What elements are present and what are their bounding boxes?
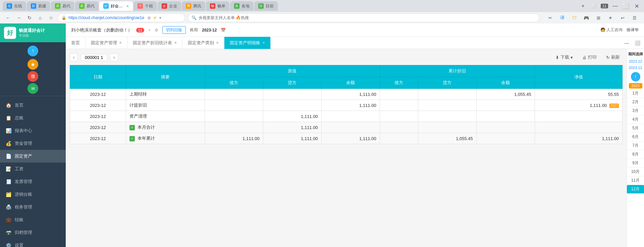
period-month-4[interactable]: 4月 <box>627 115 644 124</box>
collapse-button[interactable]: — <box>623 39 631 47</box>
browser-tab-2[interactable]: 新 新建 <box>27 1 50 11</box>
sidebar-label-fixed-assets: 固定资产 <box>15 153 32 159</box>
period-month-6[interactable]: 6月 <box>627 133 644 141</box>
page-tab-depreciation-stats[interactable]: 固定资产折旧统计表 ✕ <box>127 37 182 49</box>
home-button[interactable]: ⌂ <box>36 14 44 22</box>
back-button[interactable]: ← <box>4 14 12 22</box>
bookmark-button[interactable]: ☆ <box>47 14 55 22</box>
period-scroll-up[interactable]: ↑ <box>631 72 640 81</box>
sidebar-item-funds[interactable]: 💰 资金管理 <box>0 137 66 150</box>
translate-icon[interactable]: 译 <box>557 13 568 22</box>
print-button[interactable]: 🖨 打印 <box>580 53 599 62</box>
browser-tab-11[interactable]: 目 目前 <box>254 1 278 11</box>
sidebar-item-salary[interactable]: 📝 工资 <box>0 163 66 175</box>
sidebar-item-fixed-assets[interactable]: 📄 固定资产 <box>0 150 66 163</box>
service-button[interactable]: 🧑 人工咨询 <box>600 27 623 33</box>
period-month-3[interactable]: 3月 <box>627 107 644 115</box>
th-accum-credit: 贷方 <box>418 77 476 89</box>
period-month-12[interactable]: 12月 <box>627 185 644 194</box>
close-window-button[interactable]: ✕ <box>632 1 641 11</box>
row5-accum-debit <box>380 133 418 144</box>
switch-version-button[interactable]: 切到旧版 <box>162 26 186 34</box>
star-button[interactable]: ★ <box>28 59 38 70</box>
sidebar-item-home[interactable]: 🏠 首页 <box>0 99 66 112</box>
sidebar-label-home: 首页 <box>15 102 23 108</box>
period-month-5[interactable]: 5月 <box>627 124 644 133</box>
download-button[interactable]: ⬇ 下载 ▾ <box>553 53 576 62</box>
forward-button[interactable]: → <box>15 14 23 22</box>
page-tab-detail-ledger[interactable]: 固定资产明细账 ✕ <box>224 37 271 49</box>
minimize-button[interactable]: — <box>610 1 620 11</box>
browser-tab-10[interactable]: 各 各地 <box>230 1 254 11</box>
refresh-button[interactable]: ↻ <box>25 14 34 22</box>
settings-cog-icon[interactable]: ⚙ <box>155 28 158 33</box>
th-accum-debit: 借方 <box>380 77 418 89</box>
page-tab-home[interactable]: 首页 <box>66 37 86 49</box>
period-month-11[interactable]: 11月 <box>627 176 644 185</box>
new-tab-button[interactable]: + <box>578 1 588 11</box>
weibo-button[interactable]: 微 <box>28 71 38 82</box>
period-month-9[interactable]: 9月 <box>627 159 644 168</box>
page-tab-close-detail[interactable]: ✕ <box>262 41 265 45</box>
url-bar[interactable]: 🔒 https://cloud.chanjet.com/accounting/u… <box>58 13 185 22</box>
page-tab-fixed-assets-mgmt[interactable]: 固定资产管理 ✕ <box>86 37 127 49</box>
sidebar-item-close[interactable]: 💼 结账 <box>0 213 66 226</box>
period-month-7[interactable]: 7月 <box>627 141 644 150</box>
undo-icon[interactable]: ↩ <box>617 13 628 22</box>
page-tab-close-dep[interactable]: ✕ <box>174 41 177 45</box>
tab-menu-button[interactable]: ⬜ <box>589 1 598 11</box>
browser-tab-4[interactable]: 易 易代 <box>75 1 99 11</box>
browser-tab-7[interactable]: 企 企业 <box>158 1 181 11</box>
tab-close-5[interactable]: ✕ <box>126 4 129 8</box>
tab-favicon-5: 好 <box>103 3 109 9</box>
mail-button[interactable]: ✉ <box>28 83 38 94</box>
user-button[interactable]: 徐译华 <box>627 27 639 33</box>
browser-tab-6[interactable]: 个 个税 <box>133 1 157 11</box>
page-tab-close-cat[interactable]: ✕ <box>216 41 219 45</box>
sidebar-item-tax[interactable]: 🖨️ 税务管理 <box>0 201 66 213</box>
download-dropdown-icon[interactable]: ▾ <box>571 55 573 60</box>
sidebar-item-ledger[interactable]: 📋 总账 <box>0 112 66 124</box>
period-date-1[interactable]: 2023.12 <box>627 58 644 65</box>
refresh-button[interactable]: ↻ 刷新 <box>603 53 623 62</box>
sidebar-item-invoice[interactable]: 🧾 发票管理 <box>0 175 66 188</box>
period-year-badge[interactable]: 2023 <box>629 83 642 88</box>
sidebar-scroll-up[interactable]: ↑ <box>28 46 38 56</box>
period-month-8[interactable]: 8月 <box>627 150 644 159</box>
grid-icon[interactable]: ⊞ <box>593 13 604 22</box>
company-name: 刘小艳演示账套（勿删勿动！） <box>71 27 132 33</box>
menu-icon[interactable]: ☰ <box>629 13 640 22</box>
browser-tab-1[interactable]: 在 在线 <box>3 1 26 11</box>
period-month-1[interactable]: 1月 <box>627 89 644 98</box>
prev-page-button[interactable]: ‹ <box>70 53 78 61</box>
period-month-10[interactable]: 10月 <box>627 168 644 176</box>
sidebar-item-archive[interactable]: 🗃️ 归档管理 <box>0 226 66 239</box>
browser-tab-5[interactable]: 好 好会… ✕ <box>99 1 133 11</box>
browser-tab-9[interactable]: 畅 畅单 <box>206 1 229 11</box>
maximize-button[interactable]: ⬜ <box>621 1 631 11</box>
sidebar-item-settings[interactable]: ⚙️ 设置 <box>0 239 66 247</box>
browser-tab-8[interactable]: 腾 腾讯 <box>182 1 205 11</box>
browser-tab-3[interactable]: 易 易代 <box>51 1 74 11</box>
download-icon: ⬇ <box>555 55 559 60</box>
brightness-icon[interactable]: ☀ <box>605 13 616 22</box>
sidebar-item-report[interactable]: 📊 报表中心 <box>0 124 66 137</box>
next-page-button[interactable]: › <box>110 53 118 61</box>
add-account-icon[interactable]: + <box>148 28 151 33</box>
game-icon[interactable]: 🎮 <box>581 13 592 22</box>
search-bar[interactable]: 🔍 央视更新主持人名单 🔥热搜 <box>188 13 539 22</box>
row3-orig-credit: 1,111.00 <box>263 111 321 122</box>
extension-icon[interactable]: 🛡 <box>569 13 580 22</box>
row1-orig-credit <box>263 89 321 100</box>
calendar-icon[interactable]: 📅 <box>221 28 226 33</box>
page-tab-category[interactable]: 固定资产类别 ✕ <box>182 37 224 49</box>
period-date-2[interactable]: 2023.12 <box>627 65 644 71</box>
dropdown-icon[interactable]: ▾ <box>159 16 161 20</box>
badge-count[interactable]: 11 <box>600 1 609 11</box>
period-month-2[interactable]: 2月 <box>627 98 644 107</box>
scissors-icon[interactable]: ✂ <box>545 13 555 22</box>
expand-button[interactable]: ⬜ <box>633 39 641 47</box>
sidebar-item-purchase-sale[interactable]: 🗂️ 进销台账 <box>0 188 66 201</box>
row3-orig-balance <box>321 111 380 122</box>
page-tab-close-mgmt[interactable]: ✕ <box>119 41 122 45</box>
